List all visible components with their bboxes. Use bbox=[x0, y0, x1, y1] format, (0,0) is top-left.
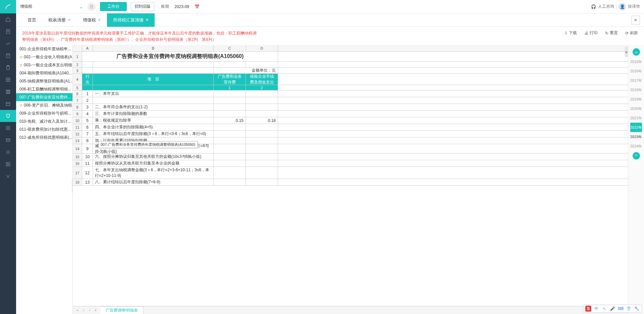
cell-c[interactable] bbox=[214, 144, 246, 153]
row-header[interactable]: 13 bbox=[73, 137, 82, 144]
user-name[interactable]: 徐泽华 bbox=[628, 4, 640, 9]
consult-link[interactable]: 人工咨询 bbox=[598, 4, 614, 9]
ime-mic-icon[interactable]: 🎤 bbox=[609, 306, 615, 312]
nav-layers-icon[interactable] bbox=[0, 122, 16, 134]
cell-c[interactable] bbox=[214, 160, 246, 167]
nav-calendar-icon[interactable] bbox=[0, 98, 16, 110]
sheet-first-icon[interactable]: « bbox=[75, 308, 80, 313]
cell[interactable] bbox=[246, 62, 278, 67]
nav-v-icon[interactable] bbox=[0, 170, 16, 182]
col-header-a[interactable]: A bbox=[82, 45, 93, 51]
form-list-item[interactable]: 009-企业所得税弥补亏损明... bbox=[16, 109, 72, 117]
nav-chart-icon[interactable] bbox=[0, 38, 16, 50]
year-item[interactable]: 2016年 bbox=[630, 66, 642, 76]
calendar-icon[interactable]: 📅 bbox=[195, 4, 200, 9]
row-header[interactable]: 12 bbox=[73, 131, 82, 137]
form-list-item[interactable]: 010-免税、减计收入及加计... bbox=[16, 117, 72, 125]
col-header-d[interactable]: D bbox=[246, 45, 278, 51]
cell-c[interactable] bbox=[214, 179, 246, 185]
cell-c[interactable]: 0.15 bbox=[214, 117, 246, 124]
cell-c[interactable] bbox=[214, 131, 246, 137]
workbench-button[interactable]: 工作台 bbox=[100, 2, 127, 11]
col-header-b[interactable]: B bbox=[93, 45, 214, 51]
tab-item[interactable]: 税表清册✕ bbox=[42, 13, 77, 27]
nav-tax-icon[interactable] bbox=[0, 110, 16, 122]
ime-lang-icon[interactable]: 中 bbox=[593, 306, 599, 312]
row-header[interactable]: 7 bbox=[73, 97, 82, 104]
close-icon[interactable]: ✕ bbox=[146, 18, 149, 22]
row-header[interactable]: 2 bbox=[73, 62, 82, 67]
nav-column-icon[interactable] bbox=[0, 86, 16, 98]
close-icon[interactable]: ✕ bbox=[68, 18, 71, 22]
form-list-item[interactable]: 005-纳税调整项目明细表(A1... bbox=[16, 77, 72, 85]
cell-c[interactable] bbox=[214, 90, 246, 97]
row-header[interactable]: 5 bbox=[73, 85, 82, 90]
refresh-button[interactable]: ⟳刷新 bbox=[625, 30, 638, 36]
nav-play-icon[interactable] bbox=[0, 158, 16, 170]
row-header[interactable]: 8 bbox=[73, 104, 82, 110]
tab-item[interactable]: 首页 bbox=[21, 13, 42, 27]
tab-item[interactable]: 增值税✕ bbox=[77, 13, 107, 27]
year-scroll-up[interactable]: ︽ bbox=[633, 48, 640, 56]
row-header[interactable]: 16 bbox=[73, 160, 82, 167]
cell-d[interactable] bbox=[246, 90, 278, 97]
cell-c[interactable] bbox=[214, 111, 246, 117]
nav-clipboard-icon[interactable] bbox=[0, 62, 16, 74]
cell-c[interactable] bbox=[214, 104, 246, 110]
row-header[interactable]: 1 bbox=[73, 52, 82, 61]
form-list-item[interactable]: ⊘003-一般企业成本支出明细... bbox=[16, 61, 72, 69]
row-header[interactable]: 15 bbox=[73, 153, 82, 160]
module-dropdown[interactable]: 增值税 ⌄ bbox=[20, 4, 83, 9]
year-item[interactable]: 2021年 bbox=[630, 113, 642, 123]
year-item[interactable]: 2020年 bbox=[630, 104, 642, 113]
form-list-item[interactable]: 012-减免所得税优惠明细表(... bbox=[16, 133, 72, 141]
cell-d[interactable]: 0.18 bbox=[246, 117, 278, 124]
ime-skin-icon[interactable]: 👕 bbox=[626, 306, 632, 312]
row-header[interactable]: 18 bbox=[73, 179, 82, 185]
year-item[interactable]: 2019年 bbox=[630, 95, 642, 104]
nav-money-icon[interactable] bbox=[0, 50, 16, 62]
year-item[interactable]: 2023年 bbox=[630, 132, 642, 141]
cell-d[interactable] bbox=[246, 111, 278, 117]
row-header[interactable]: 6 bbox=[73, 90, 82, 97]
ime-tool-icon[interactable]: 🔧 bbox=[634, 306, 640, 312]
cell[interactable] bbox=[82, 62, 93, 67]
year-item[interactable]: 2024年 bbox=[630, 141, 642, 151]
cell-c[interactable] bbox=[214, 153, 246, 160]
sheet-next-icon[interactable]: › bbox=[87, 308, 92, 313]
year-item[interactable]: 2017年 bbox=[630, 76, 642, 85]
col-header-c[interactable]: C bbox=[214, 45, 246, 51]
collapse-handle[interactable]: ◀ bbox=[72, 180, 72, 193]
switch-old-button[interactable]: 切到旧版 bbox=[131, 2, 154, 11]
form-list-item[interactable]: 011-研发费用加计扣除优惠... bbox=[16, 125, 72, 133]
form-list-item[interactable]: ⊘008-资产折旧、摊销及纳税... bbox=[16, 101, 72, 109]
cell-d[interactable] bbox=[246, 97, 278, 104]
cell-d[interactable] bbox=[246, 124, 278, 130]
cell-d[interactable] bbox=[246, 160, 278, 167]
row-header[interactable]: 14 bbox=[73, 144, 82, 153]
cell-c[interactable] bbox=[214, 167, 246, 179]
nav-home-icon[interactable] bbox=[0, 13, 16, 25]
cell-d[interactable] bbox=[246, 167, 278, 179]
ime-punct-icon[interactable]: •, bbox=[601, 306, 607, 312]
form-list-item[interactable]: 004-期间费用明细表(A1040... bbox=[16, 69, 72, 77]
cell[interactable] bbox=[214, 62, 246, 67]
year-item[interactable]: 2018年 bbox=[630, 85, 642, 95]
cell[interactable] bbox=[93, 68, 214, 73]
row-header[interactable]: 10 bbox=[73, 117, 82, 124]
close-icon[interactable]: ✕ bbox=[98, 18, 101, 22]
cell[interactable] bbox=[82, 85, 93, 90]
cell[interactable] bbox=[93, 85, 214, 90]
ime-logo-icon[interactable]: S bbox=[585, 306, 591, 312]
cell[interactable] bbox=[93, 62, 214, 67]
sheet-prev-icon[interactable]: ‹ bbox=[81, 308, 86, 313]
cell[interactable] bbox=[82, 68, 93, 73]
tab-item[interactable]: 所得税汇算清缴✕ bbox=[107, 13, 155, 27]
ime-keyboard-icon[interactable]: ⌨ bbox=[618, 306, 624, 312]
year-item[interactable]: 2015年 bbox=[630, 57, 642, 66]
reset-button[interactable]: ↻重置 bbox=[605, 30, 618, 36]
row-header[interactable]: 9 bbox=[73, 111, 82, 117]
form-list-item[interactable]: 001-企业所得税年度纳税申... bbox=[16, 45, 72, 53]
cell-d[interactable] bbox=[246, 104, 278, 110]
cell-d[interactable] bbox=[246, 131, 278, 137]
